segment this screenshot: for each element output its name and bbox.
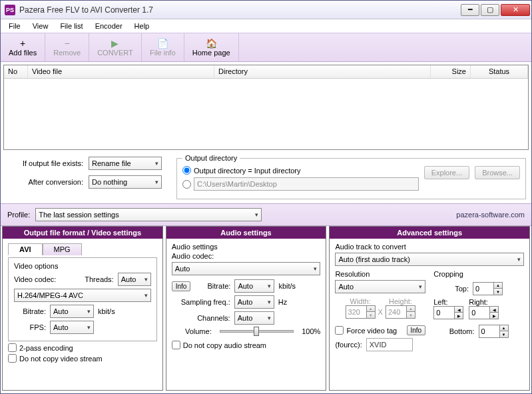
- menu-view[interactable]: View: [27, 21, 54, 31]
- menu-filelist[interactable]: File list: [55, 21, 88, 31]
- nocopy-audio-check[interactable]: [172, 341, 180, 349]
- audio-freq-combo[interactable]: Auto: [234, 295, 274, 309]
- col-no[interactable]: No: [4, 65, 28, 78]
- file-list-body: [4, 79, 528, 149]
- audio-info-button[interactable]: Info: [172, 281, 191, 291]
- after-label: After conversion:: [11, 178, 83, 186]
- browse-button[interactable]: Browse...: [475, 166, 520, 179]
- profile-label: Profile:: [7, 211, 30, 219]
- outdir-path: C:\Users\Martin\Desktop: [194, 177, 419, 191]
- width-field: 320: [346, 305, 367, 319]
- site-link[interactable]: pazera-software.com: [456, 211, 525, 219]
- home-icon: 🏠: [206, 39, 217, 48]
- explore-button[interactable]: Explore...: [424, 166, 469, 179]
- col-video[interactable]: Video file: [28, 65, 214, 78]
- minimize-button[interactable]: ━: [461, 4, 479, 16]
- audio-panel-head: Audio settings: [166, 227, 326, 239]
- col-status[interactable]: Status: [471, 65, 528, 78]
- close-button[interactable]: ✕: [501, 4, 530, 16]
- adv-panel-head: Advanced settings: [330, 227, 529, 239]
- window-title: Pazera Free FLV to AVI Converter 1.7: [19, 5, 461, 15]
- exists-combo[interactable]: Rename file: [89, 157, 162, 170]
- tab-mpg[interactable]: MPG: [43, 243, 82, 255]
- exists-label: If output file exists:: [11, 159, 83, 167]
- col-dir[interactable]: Directory: [214, 65, 431, 78]
- audio-track-combo[interactable]: Auto (first audio track): [335, 253, 524, 266]
- audio-channels-combo[interactable]: Auto: [234, 311, 274, 325]
- crop-right[interactable]: 0: [469, 306, 490, 319]
- home-page-button[interactable]: 🏠Home page: [184, 33, 239, 61]
- fps-combo[interactable]: Auto: [50, 321, 94, 334]
- maximize-button[interactable]: ▢: [481, 4, 499, 16]
- force-tag-check[interactable]: [335, 326, 344, 335]
- plus-icon: +: [20, 39, 25, 48]
- twopass-check[interactable]: [8, 343, 17, 352]
- volume-slider[interactable]: [220, 330, 294, 333]
- convert-button[interactable]: ▶CONVERT: [89, 33, 142, 61]
- file-info-button[interactable]: 📄File info: [142, 33, 184, 61]
- menu-file[interactable]: File: [3, 21, 26, 31]
- outdir-legend: Output directory: [182, 154, 240, 162]
- outdir-same-radio[interactable]: [182, 166, 191, 175]
- toolbar: +Add files −Remove ▶CONVERT 📄File info 🏠…: [1, 33, 531, 62]
- threads-combo[interactable]: Auto: [118, 273, 151, 286]
- crop-bottom[interactable]: 0: [479, 325, 500, 338]
- video-panel-head: Output file format / Video settings: [3, 227, 162, 239]
- minus-icon: −: [65, 39, 70, 48]
- crop-top[interactable]: 0: [473, 282, 494, 295]
- menu-help[interactable]: Help: [129, 21, 155, 31]
- after-combo[interactable]: Do nothing: [89, 175, 162, 189]
- play-icon: ▶: [111, 39, 119, 48]
- add-files-button[interactable]: +Add files: [1, 33, 45, 61]
- file-list[interactable]: No Video file Directory Size Status: [3, 65, 529, 150]
- col-size[interactable]: Size: [431, 65, 471, 78]
- profile-combo[interactable]: The last session settings: [35, 208, 262, 221]
- height-field: 240: [386, 305, 407, 319]
- outdir-custom-radio[interactable]: [182, 180, 191, 189]
- audio-bitrate-combo[interactable]: Auto: [234, 279, 274, 293]
- crop-left[interactable]: 0: [433, 306, 455, 319]
- menu-encoder[interactable]: Encoder: [90, 21, 128, 31]
- info-icon: 📄: [157, 39, 168, 48]
- fourcc-field[interactable]: XVID: [366, 338, 413, 351]
- tab-avi[interactable]: AVI: [8, 243, 43, 255]
- app-icon: PS: [5, 5, 15, 15]
- nocopy-video-check[interactable]: [8, 354, 17, 363]
- video-options-label: Video options: [14, 262, 151, 270]
- menubar: File View File list Encoder Help: [1, 19, 531, 33]
- video-bitrate-combo[interactable]: Auto: [50, 305, 94, 318]
- adv-info-button[interactable]: Info: [407, 325, 426, 335]
- video-codec-combo[interactable]: H.264/MPEG-4 AVC: [14, 289, 151, 302]
- remove-button[interactable]: −Remove: [45, 33, 89, 61]
- audio-codec-combo[interactable]: Auto: [172, 262, 321, 275]
- resolution-combo[interactable]: Auto: [335, 280, 425, 293]
